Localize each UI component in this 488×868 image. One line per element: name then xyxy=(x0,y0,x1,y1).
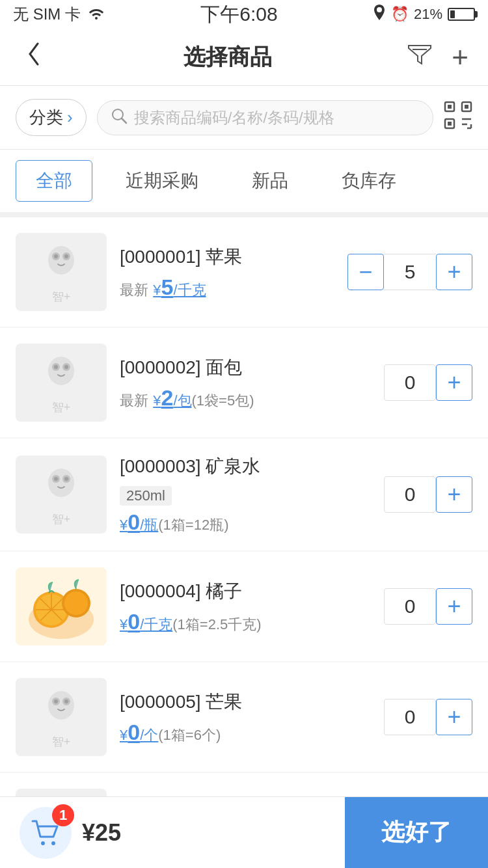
svg-rect-8 xyxy=(448,122,452,126)
svg-point-16 xyxy=(54,254,58,258)
quantity-input[interactable] xyxy=(384,588,436,625)
tab-new[interactable]: 新品 xyxy=(232,160,308,202)
list-item: 智+ [0000005] 芒果 ¥0/个(1箱=6个) + xyxy=(0,662,488,772)
increase-button[interactable]: + xyxy=(436,588,472,625)
svg-point-26 xyxy=(54,477,58,481)
svg-point-17 xyxy=(64,254,68,258)
category-label: 分类 xyxy=(29,106,63,129)
svg-point-40 xyxy=(48,691,74,720)
add-icon[interactable]: + xyxy=(452,41,468,74)
status-right: ⏰ 21% xyxy=(373,5,475,24)
product-info: [0000001] 苹果 最新 ¥5/千克 xyxy=(120,245,334,300)
quantity-control: − + xyxy=(347,254,472,290)
product-spec: 250ml xyxy=(120,486,172,506)
owl-icon xyxy=(42,239,81,286)
product-list: 智+ [0000001] 苹果 最新 ¥5/千克 − + 智+ xyxy=(0,217,488,868)
product-price: ¥0/千克(1箱=2.5千克) xyxy=(120,609,371,634)
increase-button[interactable]: + xyxy=(436,364,472,401)
cart-button[interactable]: 1 xyxy=(20,807,72,859)
page-title: 选择商品 xyxy=(183,42,272,72)
battery-icon xyxy=(448,8,475,21)
quantity-control: + xyxy=(384,364,472,401)
svg-point-23 xyxy=(48,468,74,497)
increase-button[interactable]: + xyxy=(436,254,472,290)
nav-actions: + xyxy=(407,41,468,74)
category-button[interactable]: 分类 › xyxy=(16,99,87,136)
list-item: [0000004] 橘子 ¥0/千克(1箱=2.5千克) + xyxy=(0,552,488,661)
increase-button[interactable]: + xyxy=(436,476,472,513)
product-image-0000004 xyxy=(16,567,107,645)
status-time: 下午6:08 xyxy=(200,1,277,28)
product-name: [0000002] 面包 xyxy=(120,355,371,380)
svg-line-2 xyxy=(122,118,126,123)
owl-text: 智+ xyxy=(52,289,71,305)
list-item: 智+ [0000002] 面包 最新 ¥2/包(1袋=5包) + xyxy=(0,328,488,437)
svg-point-56 xyxy=(51,841,55,845)
product-price: ¥0/瓶(1箱=12瓶) xyxy=(120,509,371,535)
cart-badge: 1 xyxy=(52,804,74,826)
product-info: [0000005] 芒果 ¥0/个(1箱=6个) xyxy=(120,690,371,745)
svg-point-18 xyxy=(48,357,74,385)
quantity-control: + xyxy=(384,699,472,735)
carrier-label: 无 SIM 卡 xyxy=(13,4,81,25)
product-image-0000002: 智+ xyxy=(16,344,107,422)
owl-text: 智+ xyxy=(52,511,71,527)
svg-point-21 xyxy=(54,365,58,369)
svg-rect-7 xyxy=(465,105,468,109)
nav-bar: 选择商品 + xyxy=(0,29,488,86)
quantity-input[interactable] xyxy=(384,254,436,290)
quantity-input[interactable] xyxy=(384,699,436,735)
list-item: 智+ [0000003] 矿泉水 250ml ¥0/瓶(1箱=12瓶) + xyxy=(0,439,488,550)
bottom-bar: 1 ¥25 选好了 xyxy=(0,796,488,868)
tab-negative-stock[interactable]: 负库存 xyxy=(321,160,416,202)
back-button[interactable] xyxy=(20,34,48,79)
owl-icon xyxy=(42,462,81,509)
svg-rect-6 xyxy=(448,105,452,109)
cart-total: ¥25 xyxy=(82,819,121,847)
product-info: [0000003] 矿泉水 250ml ¥0/瓶(1箱=12瓶) xyxy=(120,454,371,535)
confirm-button[interactable]: 选好了 xyxy=(345,797,488,869)
owl-icon xyxy=(42,350,81,397)
wifi-icon xyxy=(87,5,105,23)
svg-point-44 xyxy=(64,699,68,703)
product-image-0000005: 智+ xyxy=(16,678,107,756)
svg-point-39 xyxy=(64,591,88,615)
product-name: [0000005] 芒果 xyxy=(120,690,371,714)
filter-icon[interactable] xyxy=(407,43,432,71)
product-image-0000001: 智+ xyxy=(16,233,107,311)
svg-point-22 xyxy=(64,365,68,369)
list-item: 智+ [0000001] 苹果 最新 ¥5/千克 − + xyxy=(0,217,488,327)
product-name: [0000001] 苹果 xyxy=(120,245,334,269)
status-left: 无 SIM 卡 xyxy=(13,4,105,25)
category-arrow: › xyxy=(67,107,73,128)
tab-all[interactable]: 全部 xyxy=(16,160,92,202)
cart-section: 1 ¥25 xyxy=(0,807,345,859)
increase-button[interactable]: + xyxy=(436,699,472,735)
decrease-button[interactable]: − xyxy=(347,254,384,290)
scan-icon[interactable] xyxy=(444,101,472,135)
product-info: [0000002] 面包 最新 ¥2/包(1袋=5包) xyxy=(120,355,371,411)
product-info: [0000004] 橘子 ¥0/千克(1箱=2.5千克) xyxy=(120,579,371,634)
search-box[interactable]: 搜索商品编码/名称/条码/规格 xyxy=(97,100,433,135)
owl-text: 智+ xyxy=(52,734,71,750)
tab-row: 全部 近期采购 新品 负库存 xyxy=(0,150,488,217)
search-placeholder: 搜索商品编码/名称/条码/规格 xyxy=(134,107,334,128)
product-price: ¥0/个(1箱=6个) xyxy=(120,720,371,745)
svg-point-13 xyxy=(48,246,74,275)
filter-row: 分类 › 搜索商品编码/名称/条码/规格 xyxy=(0,86,488,150)
location-icon xyxy=(373,5,386,24)
product-price: 最新 ¥5/千克 xyxy=(120,275,334,300)
search-icon xyxy=(111,107,128,128)
alarm-icon: ⏰ xyxy=(391,6,409,23)
product-image-0000003: 智+ xyxy=(16,455,107,534)
quantity-control: + xyxy=(384,588,472,625)
svg-point-27 xyxy=(64,477,68,481)
status-bar: 无 SIM 卡 下午6:08 ⏰ 21% xyxy=(0,0,488,29)
tab-recent[interactable]: 近期采购 xyxy=(105,160,219,202)
quantity-control: + xyxy=(384,476,472,513)
quantity-input[interactable] xyxy=(384,476,436,513)
quantity-input[interactable] xyxy=(384,364,436,401)
product-price: 最新 ¥2/包(1袋=5包) xyxy=(120,385,371,411)
battery-percent: 21% xyxy=(414,6,442,23)
svg-point-55 xyxy=(41,841,45,845)
